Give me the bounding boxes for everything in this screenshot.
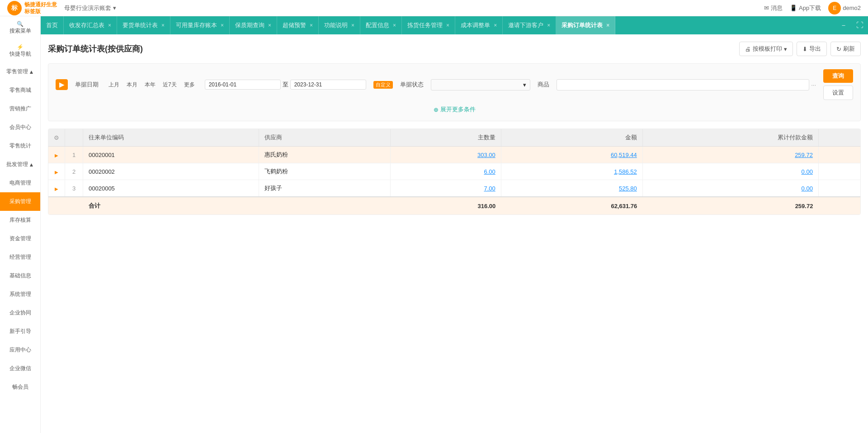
row-amount[interactable]: 525.80	[501, 180, 642, 197]
sidebar-item-system[interactable]: 系统管理	[0, 285, 40, 304]
row-extra	[818, 180, 860, 197]
sidebar-item-retail-shop[interactable]: 零售商城	[0, 81, 40, 100]
tab-bar: 首页 收发存汇总表 × 要货单统计表 × 可用量库存账本 × 保质期查询 × 超…	[41, 16, 868, 34]
message-button[interactable]: ✉ 消息	[764, 4, 783, 12]
date-to-input[interactable]	[290, 80, 366, 90]
sidebar-item-wholesale[interactable]: 批发管理 ▲	[0, 155, 40, 174]
sidebar-item-basic[interactable]: 基础信息	[0, 266, 40, 285]
tab-expand-button[interactable]: ⛶	[852, 16, 868, 34]
app-download-button[interactable]: 📱 App下载	[790, 4, 821, 12]
tab-home[interactable]: 首页	[41, 16, 64, 34]
tab-requisition[interactable]: 要货单统计表 ×	[117, 16, 170, 34]
tab-close-requisition[interactable]: ×	[161, 22, 165, 29]
tab-collect[interactable]: 收发存汇总表 ×	[64, 16, 117, 34]
filter-row-1: ▶ 单据日期 上月 本月 本年 近7天 更多 至 自定义	[56, 69, 853, 100]
user-menu[interactable]: E demo2	[828, 2, 861, 14]
row-expand-icon[interactable]: ▶	[55, 186, 58, 191]
shortcut-last-month[interactable]: 上月	[106, 80, 122, 90]
row-paid[interactable]: 259.72	[642, 147, 818, 163]
row-expand-icon[interactable]: ▶	[55, 170, 58, 175]
row-settings: ▶	[48, 147, 65, 163]
tab-close-overstock[interactable]: ×	[310, 22, 313, 29]
sidebar-item-wechat[interactable]: 企业微信	[0, 359, 40, 378]
table-row: ▶ 3 00020005 好孩子 7.00 525.80 0.00	[48, 180, 860, 197]
footer-supplier	[259, 197, 391, 214]
supplier-name-col-header: 供应商	[259, 129, 391, 147]
qty-col-header: 主数量	[391, 129, 501, 147]
date-from-input[interactable]	[205, 80, 281, 90]
sidebar-item-shortcut[interactable]: ⚡ 快捷导航	[0, 39, 40, 62]
tab-close-config[interactable]: ×	[393, 22, 396, 29]
print-button[interactable]: 🖨 按模板打印 ▾	[739, 42, 793, 56]
row-num: 1	[65, 147, 83, 163]
row-paid[interactable]: 0.00	[642, 180, 818, 197]
workspace-selector[interactable]: 母婴行业演示账套 ▾	[61, 2, 120, 14]
table-row: ▶ 2 00020002 飞鹤奶粉 6.00 1,586.52 0.00	[48, 163, 860, 180]
main-layout: 🔍 搜索菜单 ⚡ 快捷导航 零售管理 ▲ 零售商城 营销推广 会员中心 零售统计…	[0, 16, 868, 433]
settings-col-icon[interactable]: ⚙	[54, 134, 59, 141]
tab-close-expiry[interactable]: ×	[268, 22, 271, 29]
settings-button[interactable]: 设置	[823, 86, 853, 100]
tab-close-invite[interactable]: ×	[547, 22, 550, 29]
filter-toggle-button[interactable]: ▶	[56, 79, 68, 90]
tab-purchase-stats[interactable]: 采购订单统计表 ×	[556, 16, 615, 34]
query-button[interactable]: 查询	[823, 69, 853, 83]
tab-minimize-button[interactable]: －	[835, 16, 852, 34]
tab-close-available[interactable]: ×	[221, 22, 224, 29]
tab-close-cost[interactable]: ×	[494, 22, 497, 29]
row-settings: ▶	[48, 180, 65, 197]
settings-col-header: ⚙	[48, 129, 65, 147]
top-bar-left: 标 畅捷通好生意 标签版 母婴行业演示账套 ▾	[7, 1, 120, 15]
tab-close-function[interactable]: ×	[351, 22, 354, 29]
tab-invite[interactable]: 邀请下游客户 ×	[503, 16, 556, 34]
refresh-button[interactable]: ↻ 刷新	[830, 42, 861, 56]
more-icon: ···	[811, 81, 816, 88]
sidebar-item-member[interactable]: 会员中心	[0, 118, 40, 137]
sidebar-item-inventory[interactable]: 库存核算	[0, 211, 40, 229]
top-bar: 标 畅捷通好生意 标签版 母婴行业演示账套 ▾ ✉ 消息 📱 App下载 E d…	[0, 0, 868, 16]
tab-picking[interactable]: 拣货任务管理 ×	[402, 16, 455, 34]
table-body: ▶ 1 00020001 惠氏奶粉 303.00 60,519.44 259.7…	[48, 147, 860, 197]
shortcut-more[interactable]: 更多	[181, 80, 198, 90]
sidebar-item-purchase[interactable]: 采购管理	[0, 192, 40, 211]
sidebar-item-vip[interactable]: 畅会员	[0, 378, 40, 396]
shortcut-this-year[interactable]: 本年	[142, 80, 158, 90]
tab-config[interactable]: 配置信息 ×	[360, 16, 402, 34]
sidebar-item-marketing[interactable]: 营销推广	[0, 100, 40, 118]
sidebar-item-appcenter[interactable]: 应用中心	[0, 341, 40, 359]
top-bar-right: ✉ 消息 📱 App下载 E demo2	[764, 2, 861, 14]
row-expand-icon[interactable]: ▶	[55, 153, 58, 158]
expand-icon: ⊕	[434, 106, 439, 113]
row-qty[interactable]: 6.00	[391, 163, 501, 180]
tab-cost[interactable]: 成本调整单 ×	[455, 16, 503, 34]
tab-available[interactable]: 可用量库存账本 ×	[170, 16, 230, 34]
sidebar-item-retail[interactable]: 零售管理 ▲	[0, 62, 40, 81]
rownum-col-header	[65, 129, 83, 147]
sidebar-item-finance[interactable]: 资金管理	[0, 229, 40, 248]
row-qty[interactable]: 7.00	[391, 180, 501, 197]
avatar: E	[828, 2, 841, 14]
tab-expiry[interactable]: 保质期查询 ×	[230, 16, 277, 34]
sidebar-item-enterprise[interactable]: 企业协同	[0, 304, 40, 322]
tab-overstock[interactable]: 超储预警 ×	[277, 16, 319, 34]
tab-close-collect[interactable]: ×	[108, 22, 111, 29]
sidebar-item-retail-stats[interactable]: 零售统计	[0, 137, 40, 155]
export-button[interactable]: ⬇ 导出	[797, 42, 827, 56]
sidebar-item-newuser[interactable]: 新手引导	[0, 322, 40, 341]
expand-conditions-button[interactable]: ⊕ 展开更多条件	[430, 104, 479, 115]
row-supplier-code: 00020002	[83, 163, 259, 180]
tab-close-purchase-stats[interactable]: ×	[606, 22, 609, 29]
tab-function[interactable]: 功能说明 ×	[319, 16, 360, 34]
shortcut-this-month[interactable]: 本月	[124, 80, 140, 90]
goods-input[interactable]	[557, 79, 809, 90]
row-qty[interactable]: 303.00	[391, 147, 501, 163]
tab-close-picking[interactable]: ×	[446, 22, 449, 29]
row-paid[interactable]: 0.00	[642, 163, 818, 180]
status-select[interactable]: ▾	[431, 79, 530, 90]
sidebar-item-business[interactable]: 经营管理	[0, 248, 40, 266]
shortcut-7days[interactable]: 近7天	[160, 80, 179, 90]
row-amount[interactable]: 60,519.44	[501, 147, 642, 163]
row-amount[interactable]: 1,586.52	[501, 163, 642, 180]
sidebar-item-ecommerce[interactable]: 电商管理	[0, 174, 40, 192]
sidebar-item-search[interactable]: 🔍 搜索菜单	[0, 16, 40, 39]
